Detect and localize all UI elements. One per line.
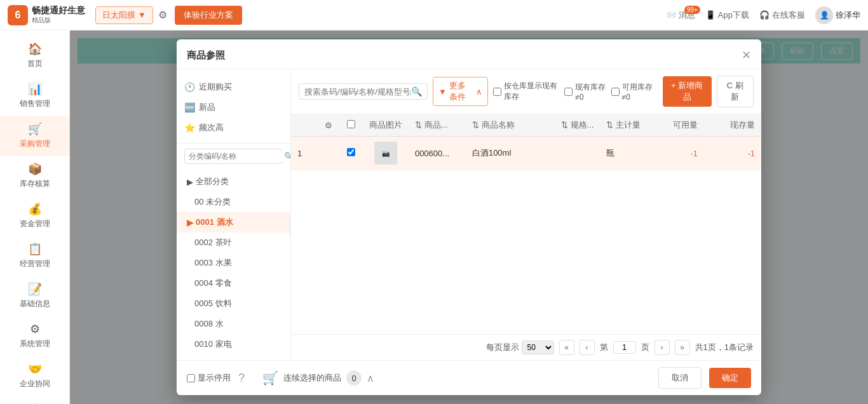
basics-icon: 📝 [28, 282, 42, 296]
first-page-button[interactable]: « [559, 340, 574, 355]
quick-link-new[interactable]: 🆕 新品 [177, 97, 290, 118]
cat-item-water[interactable]: 0008 水 [177, 314, 290, 334]
modal-close-button[interactable]: ✕ [742, 48, 751, 62]
cart-count: 0 [346, 370, 362, 386]
cell-code: 000600... [409, 137, 466, 170]
cat-label-liquor: 0001 酒水 [196, 217, 233, 228]
store-selector[interactable]: 日太阳膜 ▼ [95, 6, 153, 24]
quick-link-recent[interactable]: 🕐 近期购买 [177, 77, 290, 97]
usable-filter[interactable]: 可用库存≠0 [611, 82, 653, 102]
total-info: 共1页，1条记录 [695, 342, 754, 353]
finance-icon: 💰 [28, 202, 42, 216]
cat-item-all[interactable]: ▶ 全部分类 [177, 172, 290, 192]
avatar: 👤 [815, 6, 833, 24]
service-label: 在线客服 [772, 10, 805, 21]
col-header-check[interactable] [340, 114, 363, 137]
sidebar-item-guide[interactable]: 🎓 新手引导 [0, 396, 69, 404]
settings-icon[interactable]: ⚙ [158, 9, 167, 21]
warehouse-checkbox[interactable] [493, 88, 501, 96]
cancel-button[interactable]: 取消 [658, 367, 702, 389]
prev-page-button[interactable]: ‹ [580, 340, 595, 355]
cell-stock: -1 [704, 137, 761, 170]
user-name: 徐泽华 [836, 10, 860, 21]
page-number-input[interactable] [613, 341, 636, 354]
col-header-code[interactable]: ⇅ 商品... [409, 114, 466, 137]
panel-collapse-button[interactable]: « [290, 215, 291, 235]
cat-item-liquor[interactable]: ▶ 0001 酒水 [177, 212, 290, 232]
col-header-settings[interactable]: ⚙ [317, 114, 340, 137]
cat-item-uncategorized[interactable]: 00 未分类 [177, 192, 290, 212]
trial-button[interactable]: 体验行业方案 [175, 6, 242, 25]
help-icon[interactable]: ? [238, 372, 245, 385]
sidebar-item-purchase[interactable]: 🛒 采购管理 [0, 116, 69, 156]
category-search-box: 🔍 [184, 149, 283, 164]
col-header-spec[interactable]: ⇅ 规格... [555, 114, 600, 137]
sidebar-item-management[interactable]: 📋 经营管理 [0, 236, 69, 276]
sidebar-item-basics[interactable]: 📝 基础信息 [0, 276, 69, 316]
app-download-button[interactable]: 📱 App下载 [705, 10, 749, 21]
user-menu[interactable]: 👤 徐泽华 [815, 6, 860, 24]
available-checkbox[interactable] [564, 88, 573, 96]
row-checkbox[interactable] [347, 148, 355, 156]
table-row[interactable]: 1 📷 000600... 白酒100ml 瓶 -1 -1 [291, 137, 761, 170]
cat-label-snack: 0004 零食 [187, 278, 232, 289]
inventory-icon: 📦 [28, 162, 42, 176]
cat-item-snack[interactable]: 0004 零食 [177, 273, 290, 293]
col-header-name[interactable]: ⇅ 商品名称 [466, 114, 555, 137]
category-search-input[interactable] [189, 152, 284, 161]
cart-label: 连续选择的商品 [283, 372, 341, 384]
sort-spec-icon: ⇅ [561, 120, 568, 130]
product-search-icon[interactable]: 🔍 [411, 86, 422, 97]
next-page-button[interactable]: › [654, 340, 670, 355]
system-icon: ⚙ [30, 322, 40, 336]
sidebar-item-system[interactable]: ⚙ 系统管理 [0, 316, 69, 356]
cat-item-fruit[interactable]: 0003 水果 [177, 253, 290, 273]
cat-label-fruit: 0003 水果 [187, 257, 232, 269]
show-disabled-check[interactable]: 显示停用 [187, 372, 231, 384]
col-code-label: 商品... [424, 120, 448, 130]
col-header-avail: 可用量 [647, 114, 704, 137]
quick-links: 🕐 近期购买 🆕 新品 ⭐ 频次高 [177, 74, 290, 140]
category-search-icon[interactable]: 🔍 [284, 152, 291, 161]
sidebar-label-purchase: 采购管理 [20, 138, 50, 149]
cat-label-tea: 0002 茶叶 [187, 237, 232, 248]
message-badge: 99+ [684, 6, 700, 14]
col-header-unit[interactable]: ⇅ 主计量 [600, 114, 647, 137]
cat-item-tea[interactable]: 0002 茶叶 [177, 232, 290, 253]
cell-check[interactable] [340, 137, 363, 170]
main-layout: 🏠 首页 📊 销售管理 🛒 采购管理 📦 库存核算 💰 资金管理 📋 经营管理 … [0, 30, 868, 404]
last-page-button[interactable]: » [675, 340, 690, 355]
sidebar-item-sales[interactable]: 📊 销售管理 [0, 76, 69, 116]
pagination: 每页显示 50 20 100 « ‹ 第 页 [291, 334, 761, 360]
online-service-button[interactable]: 🎧 在线客服 [759, 10, 805, 21]
message-button[interactable]: 📨 消息 99+ [666, 10, 695, 21]
cart-collapse-icon[interactable]: ∧ [367, 372, 374, 384]
available-filter[interactable]: 现有库存≠0 [564, 82, 606, 102]
page-suffix: 页 [641, 342, 649, 353]
sidebar-item-finance[interactable]: 💰 资金管理 [0, 196, 69, 236]
management-icon: 📋 [28, 242, 42, 256]
quick-link-frequent[interactable]: ⭐ 频次高 [177, 118, 290, 138]
per-page-label: 每页显示 [486, 342, 519, 353]
sidebar-item-enterprise[interactable]: 🤝 企业协同 [0, 356, 69, 396]
left-panel: 🕐 近期购买 🆕 新品 ⭐ 频次高 [177, 69, 291, 360]
cat-item-beverage[interactable]: 0005 饮料 [177, 293, 290, 314]
warehouse-filter[interactable]: 按仓库显示现有库存 [493, 81, 559, 102]
show-disabled-checkbox[interactable] [187, 374, 195, 382]
product-search-input[interactable] [304, 87, 411, 97]
refresh-button[interactable]: C 刷新 [717, 76, 754, 107]
usable-checkbox[interactable] [611, 88, 620, 96]
product-search-box: 🔍 [299, 83, 428, 100]
warehouse-filter-label: 按仓库显示现有库存 [504, 81, 559, 102]
sidebar-item-home[interactable]: 🏠 首页 [0, 36, 69, 76]
select-all-checkbox[interactable] [347, 120, 355, 128]
per-page-select[interactable]: 50 20 100 [522, 340, 554, 354]
add-product-button[interactable]: + 新增商品 [663, 76, 712, 107]
sidebar-item-inventory[interactable]: 📦 库存核算 [0, 156, 69, 196]
cat-item-appliance[interactable]: 0010 家电 [177, 334, 290, 354]
confirm-button[interactable]: 确定 [709, 368, 751, 388]
sidebar-label-system: 系统管理 [20, 339, 50, 349]
col-header-index [291, 114, 317, 137]
more-filter-button[interactable]: ▼ 更多条件 ∧ [433, 77, 488, 106]
cart-icon: 🛒 [262, 370, 278, 386]
